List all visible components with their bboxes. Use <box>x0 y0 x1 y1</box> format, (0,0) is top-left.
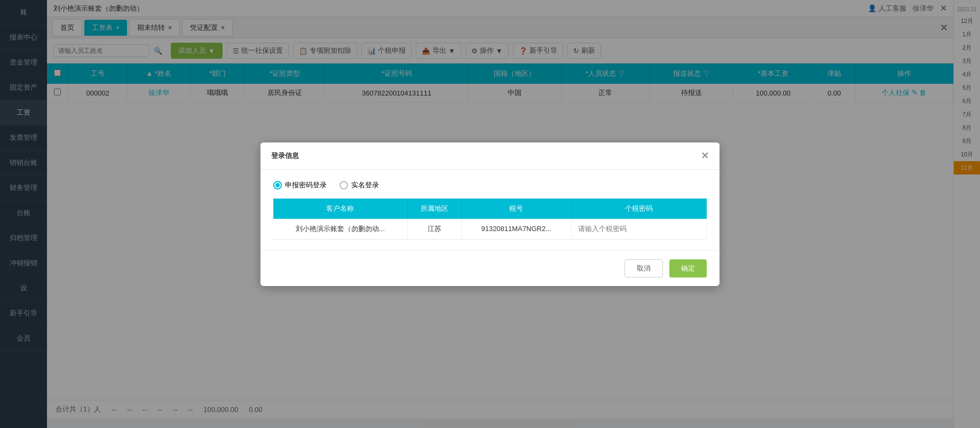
radio-password-login[interactable]: 申报密码登录 <box>273 180 327 190</box>
dialog-close-icon[interactable]: ✕ <box>701 150 709 162</box>
dialog-overlay: 登录信息 ✕ 申报密码登录 实名登录 客户名称 所属 <box>0 0 980 428</box>
dialog-title: 登录信息 <box>271 151 299 161</box>
tax-password-input[interactable] <box>578 225 700 233</box>
dialog-col-client: 客户名称 <box>273 199 407 219</box>
dialog-col-region: 所属地区 <box>407 199 461 219</box>
cancel-button[interactable]: 取消 <box>625 259 663 278</box>
radio-realname-circle <box>339 181 348 189</box>
radio-realname-login[interactable]: 实名登录 <box>339 180 379 190</box>
dialog-region: 江苏 <box>407 219 461 240</box>
login-type-radio-group: 申报密码登录 实名登录 <box>273 180 707 190</box>
dialog-password-input-cell[interactable] <box>571 219 707 240</box>
dialog-col-password: 个税密码 <box>571 199 707 219</box>
login-info-table: 客户名称 所属地区 税号 个税密码 刘小艳演示账套（勿删勿动... 江苏 913… <box>273 199 707 240</box>
dialog-footer: 取消 确定 <box>260 250 720 286</box>
dialog-body: 申报密码登录 实名登录 客户名称 所属地区 税号 个税密码 <box>260 170 720 250</box>
radio-password-circle <box>273 181 282 189</box>
dialog-tax-id: 91320811MA7NGR2... <box>461 219 571 240</box>
login-dialog: 登录信息 ✕ 申报密码登录 实名登录 客户名称 所属 <box>260 142 720 286</box>
confirm-button[interactable]: 确定 <box>669 259 707 278</box>
dialog-table-row: 刘小艳演示账套（勿删勿动... 江苏 91320811MA7NGR2... <box>273 219 707 240</box>
dialog-client-name: 刘小艳演示账套（勿删勿动... <box>273 219 407 240</box>
dialog-col-taxid: 税号 <box>461 199 571 219</box>
dialog-header: 登录信息 ✕ <box>260 142 720 170</box>
